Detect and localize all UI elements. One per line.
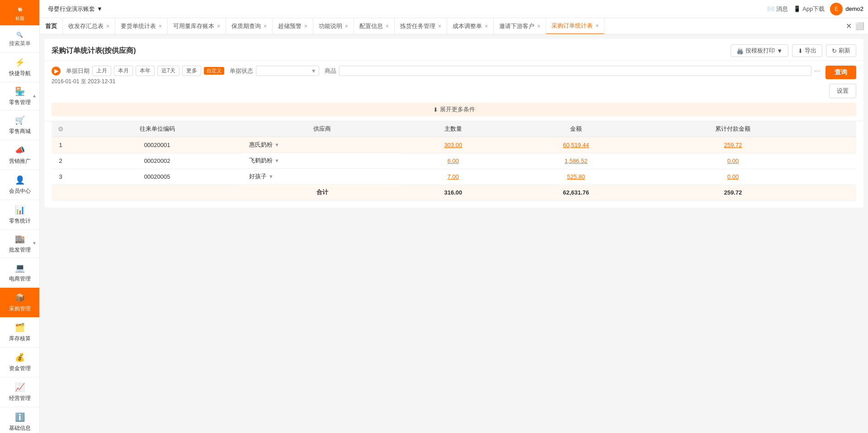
purchase-icon: 📦 [15, 292, 25, 304]
goods-filter-input[interactable] [339, 66, 811, 76]
tab-cost-adjust[interactable]: 成本调整单 × [447, 18, 494, 34]
app-logo-text: 标题 [15, 15, 24, 22]
print-button[interactable]: 🖨️ 按模板打印 ▼ [731, 44, 788, 57]
sidebar-marketing-label: 营销推广 [9, 157, 31, 165]
sidebar-item-marketing[interactable]: 📣 营销推广 [0, 140, 39, 170]
expand-down-icon: ⬇ [433, 106, 438, 113]
tab-order-summary[interactable]: 要货单统计表 × [115, 18, 168, 34]
filter-goods-item: 商品 ··· [325, 66, 820, 76]
footer-amount: 62,631.76 [506, 185, 645, 200]
table-footer: 合计 316.00 62,631.76 259.72 [52, 185, 856, 200]
app-download-button[interactable]: 📱 App下载 [793, 5, 825, 13]
workspace-name: 母婴行业演示账套 [48, 5, 95, 13]
tab-cost-adjust-close[interactable]: × [485, 23, 488, 29]
tab-inventory-ledger[interactable]: 可用量库存账本 × [168, 18, 226, 34]
tab-warranty-close[interactable]: × [264, 23, 267, 29]
goods-filter-dots[interactable]: ··· [814, 67, 820, 75]
sidebar-item-ops-mgmt[interactable]: 📈 经营管理 [0, 377, 39, 407]
sidebar-item-finance-mgmt[interactable]: 💰 资金管理 [0, 347, 39, 377]
query-button[interactable]: 查询 [826, 66, 856, 79]
tab-receive-summary[interactable]: 收发存汇总表 × [63, 18, 115, 34]
row-extra [821, 137, 856, 153]
search-icon: 🔍 [16, 32, 23, 38]
retail-mgmt-icon: 🏪 [15, 86, 25, 97]
date-more-btn[interactable]: 更多 [182, 66, 201, 76]
sidebar-item-member-center[interactable]: 👤 会员中心 [0, 170, 39, 200]
tab-home-label: 首页 [45, 22, 57, 30]
date-this-month-btn[interactable]: 本月 [114, 66, 133, 76]
tab-order-summary-close[interactable]: × [159, 23, 162, 29]
wholesale-icon: 🏬 [15, 233, 25, 245]
tab-warranty-query[interactable]: 保质期查询 × [226, 18, 273, 34]
refresh-button[interactable]: ↻ 刷新 [826, 44, 856, 57]
sidebar-item-retail-store[interactable]: 🛒 零售商城 [0, 110, 39, 140]
row-paid-amount[interactable]: 259.72 [646, 137, 821, 153]
supplier-dropdown-icon[interactable]: ▼ [274, 158, 279, 163]
row-amount[interactable]: 1,586.52 [506, 153, 645, 169]
table-settings-icon[interactable]: ⚙ [58, 125, 64, 133]
workspace-selector[interactable]: 母婴行业演示账套 ▼ [44, 5, 106, 13]
user-profile-button[interactable]: E demo2 [830, 3, 863, 15]
row-amount[interactable]: 60,519.44 [506, 137, 645, 153]
sidebar-item-quick-nav[interactable]: ⚡ 快捷导航 [0, 52, 39, 82]
sidebar-search-item[interactable]: 🔍 搜索菜单 [0, 25, 39, 52]
tab-receive-summary-close[interactable]: × [106, 23, 109, 29]
page-title: 采购订单统计表(按供应商) [52, 46, 136, 56]
footer-main-qty: 316.00 [400, 185, 506, 200]
tab-inventory-ledger-close[interactable]: × [217, 23, 220, 29]
sidebar-item-wholesale-mgmt[interactable]: 🏬 批发管理 ▼ [0, 230, 39, 258]
svg-text:畅: 畅 [18, 7, 22, 12]
tab-restore-button[interactable]: ⬜ [855, 22, 864, 30]
tab-inventory-ledger-label: 可用量库存账本 [173, 22, 214, 30]
col-main-qty-header: 主数量 [400, 121, 506, 137]
expand-filter-button[interactable]: ▶ [52, 67, 61, 76]
page-header: 采购订单统计表(按供应商) 🖨️ 按模板打印 ▼ ⬇ 导出 ↻ 刷新 [44, 39, 863, 61]
row-main-qty[interactable]: 7.00 [400, 169, 506, 185]
tab-overstock-warning[interactable]: 超储预警 × [273, 18, 313, 34]
supplier-dropdown-icon[interactable]: ▼ [274, 142, 279, 148]
ecommerce-icon: 💻 [15, 262, 25, 274]
goods-filter-label: 商品 [325, 67, 336, 75]
tab-close-all-button[interactable]: ✕ [846, 22, 852, 30]
tab-invite-downstream[interactable]: 邀请下游客户 × [494, 18, 546, 34]
sidebar-item-basic-info[interactable]: ℹ️ 基础信息 [0, 407, 39, 433]
settings-button[interactable]: 设置 [829, 84, 856, 98]
message-button[interactable]: ✉️ 消息 [767, 5, 788, 13]
export-button[interactable]: ⬇ 导出 [792, 44, 822, 57]
supplier-dropdown-icon[interactable]: ▼ [269, 174, 274, 179]
sidebar-item-inventory-check[interactable]: 🗂️ 库存核算 [0, 318, 39, 347]
sidebar-item-retail-stats[interactable]: 📊 零售统计 [0, 200, 39, 230]
status-select[interactable] [256, 66, 319, 76]
filter-status-item: 单据状态 ▼ [230, 66, 319, 76]
sidebar-item-retail-mgmt[interactable]: 🏪 零售管理 ▲ [0, 82, 39, 110]
row-main-qty[interactable]: 6.00 [400, 153, 506, 169]
tab-purchase-summary[interactable]: 采购订单统计表 × [546, 18, 604, 34]
tab-home[interactable]: 首页 [40, 18, 63, 34]
tab-overstock-close[interactable]: × [304, 23, 307, 29]
sidebar-item-ecommerce-mgmt[interactable]: 💻 电商管理 [0, 258, 39, 288]
row-paid-amount[interactable]: 0.00 [646, 169, 821, 185]
sidebar-item-purchase-mgmt[interactable]: 📦 采购管理 [0, 288, 39, 318]
export-icon: ⬇ [798, 48, 803, 54]
date-last-month-btn[interactable]: 上月 [92, 66, 111, 76]
tab-config-info[interactable]: 配置信息 × [354, 18, 395, 34]
refresh-label: 刷新 [839, 47, 850, 55]
tab-invite-downstream-close[interactable]: × [537, 23, 540, 29]
date-this-year-btn[interactable]: 本年 [136, 66, 155, 76]
sidebar-logo: 畅 标题 [0, 0, 39, 25]
date-7days-btn[interactable]: 近7天 [157, 66, 179, 76]
tab-picking-task[interactable]: 拣货任务管理 × [395, 18, 447, 34]
filter-main-row: ▶ 单据日期 上月 本月 本年 近7天 更多 自定义 [52, 66, 856, 98]
tab-picking-task-close[interactable]: × [438, 23, 441, 29]
tab-config-info-close[interactable]: × [386, 23, 389, 29]
tab-purchase-summary-close[interactable]: × [595, 23, 599, 29]
tab-function-desc-close[interactable]: × [345, 23, 348, 29]
tab-cost-adjust-label: 成本调整单 [453, 22, 482, 30]
expand-conditions-button[interactable]: ⬇ 展开更多条件 [52, 103, 856, 116]
row-main-qty[interactable]: 303.00 [400, 137, 506, 153]
filter-area: ▶ 单据日期 上月 本月 本年 近7天 更多 自定义 [44, 61, 863, 121]
row-amount[interactable]: 525.80 [506, 169, 645, 185]
tab-function-desc[interactable]: 功能说明 × [313, 18, 354, 34]
footer-empty-1 [52, 185, 70, 200]
row-paid-amount[interactable]: 0.00 [646, 153, 821, 169]
